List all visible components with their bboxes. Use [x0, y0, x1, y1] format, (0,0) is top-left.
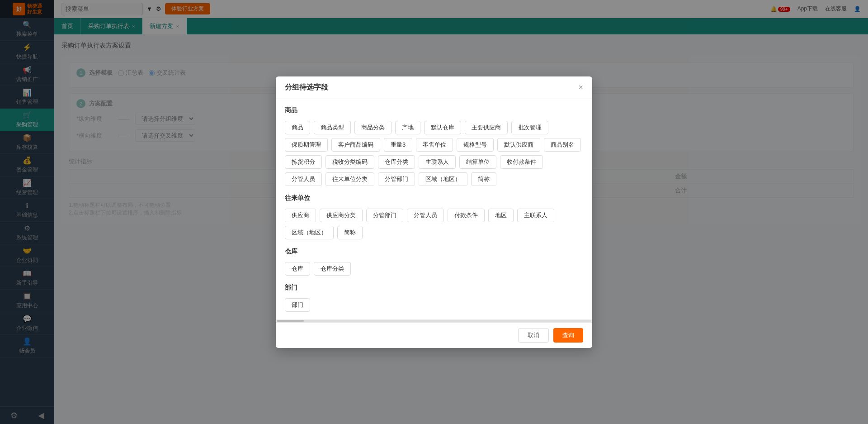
chip-goods-24[interactable]: 简称 [471, 172, 496, 186]
chip-goods-19[interactable]: 收付款条件 [500, 155, 543, 169]
partner-chips: 供应商 供应商分类 分管部门 分管人员 付款条件 地区 主联系人 区域（地区） … [285, 209, 583, 232]
modal-header: 分组待选字段 × [276, 76, 592, 99]
modal-dialog: 分组待选字段 × 商品 商品 商品类型 商品分类 产地 默认仓库 主要供应商 批… [276, 76, 592, 232]
chip-goods-21[interactable]: 往来单位分类 [326, 172, 374, 186]
chip-goods-9[interactable]: 重量3 [384, 138, 412, 152]
chip-goods-15[interactable]: 税收分类编码 [326, 155, 374, 169]
chip-goods-12[interactable]: 默认供应商 [497, 138, 540, 152]
chip-goods-20[interactable]: 分管人员 [285, 172, 322, 186]
chip-partner-7[interactable]: 区域（地区） [285, 226, 334, 232]
chip-goods-8[interactable]: 客户商品编码 [331, 138, 380, 152]
chip-goods-22[interactable]: 分管部门 [378, 172, 415, 186]
chip-goods-2[interactable]: 商品分类 [354, 121, 392, 134]
chip-goods-16[interactable]: 仓库分类 [378, 155, 415, 169]
chip-goods-3[interactable]: 产地 [395, 121, 420, 134]
chip-partner-3[interactable]: 分管人员 [407, 209, 444, 222]
chip-goods-13[interactable]: 商品别名 [544, 138, 581, 152]
chip-goods-10[interactable]: 零售单位 [416, 138, 453, 152]
chip-goods-0[interactable]: 商品 [285, 121, 310, 134]
chip-partner-8[interactable]: 简称 [337, 226, 363, 232]
modal-close-icon[interactable]: × [578, 83, 583, 91]
chip-partner-6[interactable]: 主联系人 [517, 209, 554, 222]
chip-goods-17[interactable]: 主联系人 [419, 155, 456, 169]
chip-partner-0[interactable]: 供应商 [285, 209, 316, 222]
chip-goods-11[interactable]: 规格型号 [457, 138, 494, 152]
chip-goods-1[interactable]: 商品类型 [314, 121, 351, 134]
section-partner-title: 往来单位 [285, 194, 583, 204]
modal-title: 分组待选字段 [285, 83, 328, 92]
section-goods-title: 商品 [285, 106, 583, 116]
section-partner: 往来单位 供应商 供应商分类 分管部门 分管人员 付款条件 地区 主联系人 区域… [285, 194, 583, 232]
chip-partner-4[interactable]: 付款条件 [448, 209, 485, 222]
chip-partner-5[interactable]: 地区 [488, 209, 514, 222]
chip-goods-23[interactable]: 区域（地区） [419, 172, 467, 186]
chip-partner-1[interactable]: 供应商分类 [320, 209, 363, 222]
modal-overlay: 分组待选字段 × 商品 商品 商品类型 商品分类 产地 默认仓库 主要供应商 批… [0, 0, 868, 231]
goods-chips: 商品 商品类型 商品分类 产地 默认仓库 主要供应商 批次管理 保质期管理 客户… [285, 121, 583, 186]
chip-goods-5[interactable]: 主要供应商 [465, 121, 508, 134]
chip-goods-18[interactable]: 结算单位 [459, 155, 496, 169]
chip-goods-14[interactable]: 拣货积分 [285, 155, 322, 169]
chip-goods-7[interactable]: 保质期管理 [285, 138, 328, 152]
chip-partner-2[interactable]: 分管部门 [366, 209, 403, 222]
section-goods: 商品 商品 商品类型 商品分类 产地 默认仓库 主要供应商 批次管理 保质期管理… [285, 106, 583, 186]
chip-goods-4[interactable]: 默认仓库 [424, 121, 461, 134]
chip-goods-6[interactable]: 批次管理 [511, 121, 548, 134]
modal-body: 商品 商品 商品类型 商品分类 产地 默认仓库 主要供应商 批次管理 保质期管理… [276, 99, 592, 232]
